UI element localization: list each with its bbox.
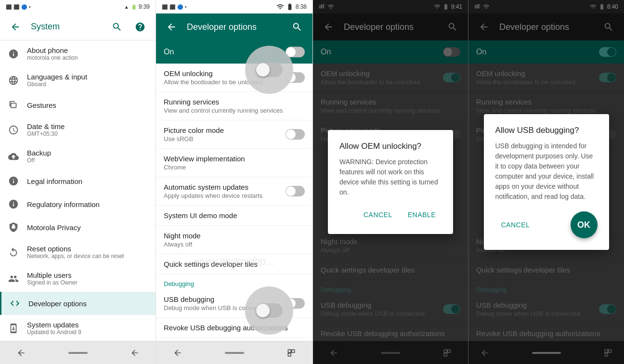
time-mid: 8:38 <box>296 3 307 10</box>
sidebar-item-motorola-privacy[interactable]: Motorola Privacy <box>0 216 156 239</box>
gestures-texts: Gestures <box>27 101 148 109</box>
sidebar-item-datetime[interactable]: Date & time GMT+05:30 <box>0 117 156 143</box>
developer-icon <box>9 298 21 309</box>
gestures-title: Gestures <box>27 101 148 109</box>
sidebar-item-regulatory[interactable]: Regulatory information <box>0 193 156 216</box>
auto-updates-texts-mid: Automatic system updates Apply updates w… <box>164 183 262 199</box>
sidebar-item-reset[interactable]: Reset options Network, apps, or device c… <box>0 239 156 265</box>
sidebar-item-gestures[interactable]: Gestures <box>0 93 156 117</box>
night-mode-row-mid[interactable]: Night mode Always off <box>156 226 312 254</box>
picture-color-toggle-mid[interactable] <box>286 129 305 140</box>
home-nav-mid[interactable] <box>225 352 244 354</box>
running-services-row-mid[interactable]: Running services View and control curren… <box>156 92 312 120</box>
oem-dialog-body: WARNING: Device protection features will… <box>339 157 442 197</box>
about-phone-subtitle: motorola one action <box>27 54 148 61</box>
clock-icon <box>8 124 19 136</box>
people-icon <box>8 273 19 285</box>
sidebar-item-language[interactable]: Languages & input Gboard <box>0 67 156 93</box>
right1-panel: 9:41 Developer options On OEM unlocking … <box>313 0 468 364</box>
reset-subtitle: Network, apps, or device can be reset <box>27 253 148 260</box>
sidebar-item-backup[interactable]: Backup Off <box>0 143 156 169</box>
backup-title: Backup <box>27 149 148 157</box>
battery-icon: 🔋 <box>131 4 137 10</box>
picture-color-row-mid[interactable]: Picture color mode Use sRGB <box>156 120 312 149</box>
status-icons-mid: ⬛ ⬛ 🔵 • <box>162 4 187 10</box>
gesture-icon <box>8 99 19 111</box>
night-mode-subtitle-mid: Always off <box>164 241 305 248</box>
sidebar-item-about[interactable]: About phone motorola one action <box>0 40 156 67</box>
developer-texts: Developer options <box>28 299 148 308</box>
svg-rect-0 <box>288 350 291 352</box>
back-button-mid[interactable] <box>164 19 179 35</box>
quick-settings-row-mid[interactable]: Quick settings developer tiles <box>156 254 312 274</box>
system-updates-title: System updates <box>27 321 148 329</box>
status-bar-left: ⬛ ⬛ 🔵 • ▲ 🔋 9:39 <box>0 0 156 13</box>
auto-updates-toggle-mid[interactable] <box>286 186 305 196</box>
regulatory-icon <box>8 198 19 210</box>
picture-color-texts-mid: Picture color mode Use sRGB <box>164 126 224 143</box>
motorola-privacy-texts: Motorola Privacy <box>27 223 148 232</box>
recents-nav-mid[interactable] <box>283 344 300 362</box>
help-button-left[interactable] <box>132 19 148 35</box>
oem-dialog-title: Allow OEM unlocking? <box>339 142 442 151</box>
notification-icon3: 🔵 <box>21 4 27 10</box>
notification-icon2: ⬛ <box>13 4 19 10</box>
oem-enable-button[interactable]: Enable <box>402 207 442 222</box>
toggle-big-usb-knob <box>256 304 270 317</box>
usb-cancel-button[interactable]: Cancel <box>495 217 536 233</box>
datetime-title: Date & time <box>27 122 148 130</box>
legal-title: Legal information <box>27 177 148 185</box>
appbar-title-left: System <box>31 22 102 32</box>
users-subtitle: Signed in as Owner <box>27 279 148 286</box>
language-texts: Languages & input Gboard <box>27 73 148 88</box>
toggle-magnified-usb <box>245 286 293 335</box>
system-updates-subtitle: Updated to Android 9 <box>27 329 148 336</box>
legal-texts: Legal information <box>27 177 148 185</box>
svg-rect-2 <box>288 353 291 356</box>
sidebar-item-system-updates[interactable]: System updates Updated to Android 9 <box>0 315 156 341</box>
dot-icon: • <box>29 4 31 10</box>
auto-updates-row-mid[interactable]: Automatic system updates Apply updates w… <box>156 177 312 206</box>
privacy-icon <box>8 221 19 233</box>
language-icon <box>8 75 19 86</box>
back-nav-left[interactable] <box>13 344 30 362</box>
toggle-big-oem <box>256 63 283 77</box>
quick-settings-title-mid: Quick settings developer tiles <box>164 260 305 268</box>
sidebar-item-users[interactable]: Multiple users Signed in as Owner <box>0 265 156 292</box>
usb-dialog-body: USB debugging is intended for developmen… <box>495 141 598 202</box>
system-ui-demo-title-mid: System UI demo mode <box>164 211 305 220</box>
usb-ok-button[interactable]: OK <box>571 211 598 238</box>
dot-icon-mid: • <box>185 4 187 10</box>
bottom-nav-left <box>0 341 156 364</box>
usb-dialog-overlay: Allow USB debugging? USB debugging is in… <box>468 0 624 364</box>
debugging-header-mid: Debugging <box>156 274 312 289</box>
notification-icon: ⬛ <box>6 4 12 10</box>
webview-row-mid[interactable]: WebView implementation Chrome <box>156 149 312 177</box>
status-icons-left: ⬛ ⬛ 🔵 • <box>6 4 31 10</box>
backup-icon <box>8 151 19 162</box>
datetime-subtitle: GMT+05:30 <box>27 130 148 137</box>
oem-cancel-button[interactable]: Cancel <box>358 207 398 222</box>
sidebar-item-legal[interactable]: Legal information <box>0 169 156 193</box>
system-updates-icon <box>8 323 19 334</box>
toggle-magnified-oem <box>245 46 293 94</box>
oem-dialog: Allow OEM unlocking? WARNING: Device pro… <box>328 130 453 234</box>
notif-icon2-mid: ⬛ <box>169 4 175 10</box>
back-nav-mid[interactable] <box>169 344 186 362</box>
home-nav-left[interactable] <box>68 352 88 354</box>
recents-nav-left[interactable] <box>126 344 143 362</box>
system-updates-texts: System updates Updated to Android 9 <box>27 321 148 336</box>
bottom-nav-mid <box>156 341 312 364</box>
running-services-title-mid: Running services <box>164 98 305 106</box>
time-left: 9:39 <box>139 3 150 10</box>
sidebar-item-developer[interactable]: Developer options <box>0 292 156 315</box>
back-button-left[interactable] <box>8 19 23 35</box>
system-ui-demo-row-mid[interactable]: System UI demo mode <box>156 206 312 226</box>
language-subtitle: Gboard <box>27 81 148 88</box>
appbar-left: System <box>0 13 156 40</box>
auto-updates-title-mid: Automatic system updates <box>164 183 262 191</box>
search-button-mid[interactable] <box>289 19 305 35</box>
reset-texts: Reset options Network, apps, or device c… <box>27 245 148 260</box>
search-button-left[interactable] <box>109 19 125 35</box>
datetime-texts: Date & time GMT+05:30 <box>27 122 148 137</box>
